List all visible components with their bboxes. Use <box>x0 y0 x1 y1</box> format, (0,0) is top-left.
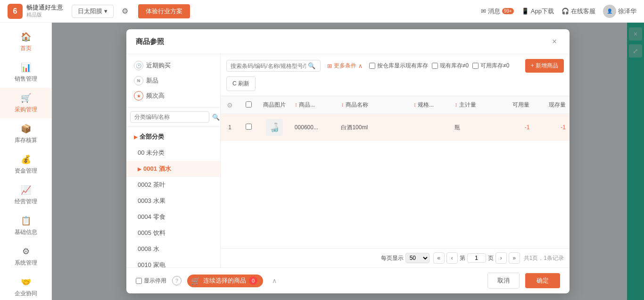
sidebar-item-inventory[interactable]: 📦 库存核算 <box>0 118 51 149</box>
row-code: 000600... <box>291 114 338 141</box>
col-img-header: 商品图片 <box>258 96 291 114</box>
category-item-00[interactable]: 00 未分类 <box>126 145 220 161</box>
row-checkbox-cell <box>239 114 257 141</box>
current-stock-checkbox[interactable] <box>432 63 438 69</box>
category-item-0004[interactable]: 0004 零食 <box>126 209 220 225</box>
sidebar-item-finance[interactable]: 💰 资金管理 <box>0 149 51 180</box>
help-icon[interactable]: ? <box>172 276 182 285</box>
refresh-button[interactable]: C 刷新 <box>226 76 256 91</box>
avatar: 👤 <box>603 5 616 18</box>
search-icon[interactable]: 🔍 <box>308 62 315 69</box>
shortcut-new[interactable]: N 新品 <box>130 73 216 88</box>
next-page-button[interactable]: › <box>495 252 507 264</box>
available-stock-filter-label[interactable]: 可用库存≠0 <box>472 62 509 70</box>
category-search: 🔍 <box>126 108 220 127</box>
col-checkbox-header <box>239 96 257 114</box>
sidebar-item-sales[interactable]: 📊 销售管理 <box>0 57 51 88</box>
shortcut-frequent[interactable]: ★ 频次高 <box>130 88 216 103</box>
product-data-table: ⚙ 商品图片 <box>221 96 570 141</box>
row-stock: -1 <box>533 114 570 141</box>
active-arrow-icon: ▶ <box>138 167 141 172</box>
logo-text: 畅捷通好生意 <box>26 4 63 12</box>
show-disabled-label[interactable]: 显示停用 <box>136 277 166 285</box>
home-icon: 🏠 <box>20 31 32 42</box>
sidebar-item-enterprise[interactable]: 🤝 企业协同 <box>0 272 51 300</box>
cancel-button[interactable]: 取消 <box>487 273 520 289</box>
store-selector[interactable]: 日太阳膜 ▾ <box>72 5 114 18</box>
warehouse-filter-checkbox[interactable] <box>369 63 375 69</box>
chevron-down-icon: ▾ <box>104 8 107 15</box>
category-panel: 🕐 近期购买 N 新品 ★ 频次高 <box>126 54 221 267</box>
category-item-0002[interactable]: 0002 茶叶 <box>126 177 220 193</box>
cart-area[interactable]: 🛒 连续选择的商品 0 <box>187 275 263 287</box>
confirm-button[interactable]: 确定 <box>525 273 560 288</box>
filter-button[interactable]: ⊞ 更多条件 ∧ <box>324 60 365 72</box>
add-product-button[interactable]: + 新增商品 <box>525 59 564 73</box>
category-item-all[interactable]: ▶ 全部分类 <box>126 129 220 145</box>
category-item-0001[interactable]: ▶ 0001 酒水 <box>126 161 220 177</box>
collapse-button[interactable]: ∧ <box>269 275 280 286</box>
modal-body: 🕐 近期购买 N 新品 ★ 频次高 <box>126 54 570 267</box>
star-icon: ★ <box>134 91 143 100</box>
sidebar-item-basic-info[interactable]: 📋 基础信息 <box>0 210 51 241</box>
table-row[interactable]: 1 🍶 000600... <box>221 114 570 141</box>
modal-close-button[interactable]: × <box>549 36 560 47</box>
sidebar-item-system[interactable]: ⚙ 系统管理 <box>0 241 51 272</box>
inventory-icon: 📦 <box>20 123 32 134</box>
expand-arrow-icon: ▶ <box>134 134 138 140</box>
sales-icon: 📊 <box>20 62 32 73</box>
page-size-dropdown[interactable]: 10 20 50 100 <box>405 253 429 263</box>
category-search-icon[interactable]: 🔍 <box>212 114 220 121</box>
sidebar-item-purchase[interactable]: 🛒 采购管理 <box>0 88 51 118</box>
category-item-0005[interactable]: 0005 饮料 <box>126 225 220 241</box>
col-code-header: ↕ 商品... <box>291 96 338 114</box>
row-spec <box>410 114 451 141</box>
select-all-checkbox[interactable] <box>246 101 252 108</box>
product-search-box: 🔍 <box>226 60 321 72</box>
warehouse-filter-label[interactable]: 按仓库显示现有库存 <box>369 62 428 70</box>
sort-icon: ↕ <box>295 101 297 108</box>
sidebar-item-management[interactable]: 📈 经营管理 <box>0 180 51 210</box>
row-img-cell: 🍶 <box>258 114 291 141</box>
sort-unit-icon: ↕ <box>454 101 457 108</box>
online-service-item[interactable]: 🎧 在线客服 <box>561 7 595 16</box>
first-page-button[interactable]: « <box>433 252 445 264</box>
col-unit-header: ↕ 主计量 <box>451 96 487 114</box>
message-icon: ✉ <box>481 8 486 15</box>
category-search-input[interactable] <box>130 111 209 123</box>
show-disabled-checkbox[interactable] <box>136 278 142 284</box>
messages-nav-item[interactable]: ✉ 消息 99+ <box>481 7 514 16</box>
row-name: 白酒100ml <box>337 114 409 141</box>
modal: 商品参照 × 🕐 近期购买 <box>126 29 570 293</box>
category-list: ▶ 全部分类 00 未分类 ▶ 0001 酒水 0002 茶 <box>126 127 220 267</box>
page-number-input[interactable] <box>467 253 486 263</box>
nav-right: ✉ 消息 99+ 📱 App下载 🎧 在线客服 👤 徐泽华 <box>481 5 636 18</box>
cart-icon: 🛒 <box>191 276 200 285</box>
user-profile-item[interactable]: 👤 徐泽华 <box>603 5 636 18</box>
last-page-button[interactable]: » <box>509 252 520 264</box>
available-stock-checkbox[interactable] <box>472 63 479 69</box>
trial-button[interactable]: 体验行业方案 <box>138 4 190 18</box>
table-header-row: ⚙ 商品图片 <box>221 96 570 114</box>
prev-page-button[interactable]: ‹ <box>446 252 458 264</box>
current-stock-filter-label[interactable]: 现有库存≠0 <box>432 62 469 70</box>
logo-area: 6 畅捷通好生意 精品版 <box>8 4 64 19</box>
product-search-input[interactable] <box>231 63 306 69</box>
category-item-0010[interactable]: 0010 家电 <box>126 257 220 267</box>
category-item-0008[interactable]: 0008 水 <box>126 241 220 257</box>
page-label: 第 <box>460 254 465 262</box>
shortcut-recent[interactable]: 🕐 近期购买 <box>130 58 216 73</box>
col-stock-header: 现存量 <box>533 96 570 114</box>
settings-icon[interactable]: ⚙ <box>117 4 132 19</box>
row-checkbox[interactable] <box>246 124 252 130</box>
top-nav: 6 畅捷通好生意 精品版 日太阳膜 ▾ ⚙ 体验行业方案 ✉ 消息 99+ 📱 … <box>0 0 644 23</box>
filter-icon: ⊞ <box>327 63 332 69</box>
product-image: 🍶 <box>266 119 283 136</box>
category-item-0003[interactable]: 0003 水果 <box>126 193 220 209</box>
logo-badge: 精品版 <box>26 11 63 18</box>
basic-info-icon: 📋 <box>20 215 32 226</box>
app-download-item[interactable]: 📱 App下载 <box>521 7 554 16</box>
product-table-body: 1 🍶 000600... <box>221 114 570 141</box>
sidebar-item-home[interactable]: 🏠 首页 <box>0 26 51 57</box>
category-shortcuts: 🕐 近期购买 N 新品 ★ 频次高 <box>126 54 220 108</box>
